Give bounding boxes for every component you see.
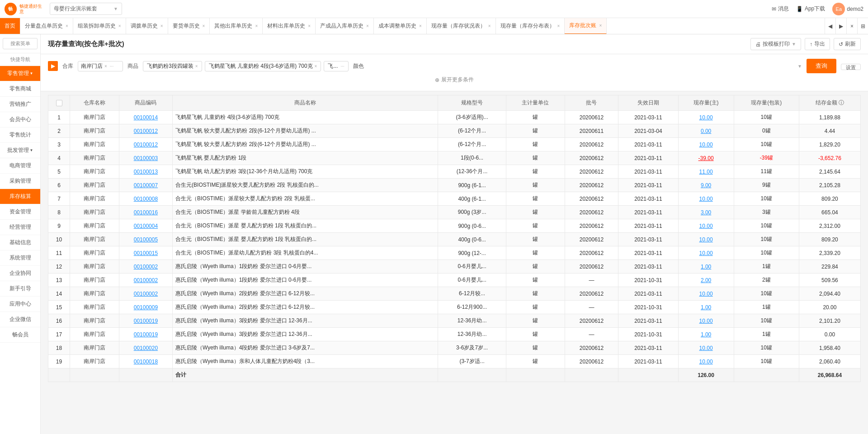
- product-code-link[interactable]: 00100012: [134, 128, 158, 134]
- product-tag-more[interactable]: 飞... ···: [324, 61, 348, 71]
- tab-scroll-right[interactable]: ▶: [835, 18, 846, 34]
- sidebar-item-retail-mgmt[interactable]: 零售管理 ▼: [0, 66, 40, 81]
- tab-xian-cun-ku[interactable]: 现存量（库存状况表） ×: [427, 18, 496, 34]
- qty-link[interactable]: 10.00: [699, 236, 713, 243]
- sidebar-item-retail-store[interactable]: 零售商城: [0, 81, 40, 97]
- qty-link[interactable]: 9.00: [701, 182, 711, 189]
- tab-yao-huo[interactable]: 要货单历史 ×: [168, 18, 210, 34]
- qty-link[interactable]: 10.00: [699, 114, 713, 121]
- refresh-btn[interactable]: ↺ 刷新: [834, 38, 861, 50]
- sidebar-item-app-center[interactable]: 应用中心: [0, 297, 40, 312]
- product-code-link[interactable]: 00100014: [134, 114, 158, 121]
- tab-xian-cun-fen[interactable]: 现存量（库存分布表） ×: [496, 18, 565, 34]
- product-code-link[interactable]: 00100004: [134, 223, 158, 229]
- product-code-link[interactable]: 00100009: [134, 304, 158, 311]
- product-tag1-close-icon[interactable]: ×: [195, 64, 198, 69]
- product-code-link[interactable]: 00100016: [134, 209, 158, 216]
- qty-link[interactable]: 10.00: [699, 359, 713, 365]
- qty-link[interactable]: 1.00: [701, 304, 711, 311]
- product-code-link[interactable]: 00100018: [134, 359, 158, 365]
- tab-cai-liao[interactable]: 材料出库单历史 ×: [263, 18, 316, 34]
- sidebar-item-basic[interactable]: 基础信息: [0, 235, 40, 250]
- tab-close-icon[interactable]: ×: [488, 24, 491, 28]
- sidebar-item-purchase[interactable]: 采购管理: [0, 174, 40, 189]
- tab-qi-ta-chu[interactable]: 其他出库单历史 ×: [210, 18, 263, 34]
- product-code-link[interactable]: 00100002: [134, 277, 158, 283]
- product-code-link[interactable]: 00100007: [134, 182, 158, 189]
- sidebar-item-retail-stat[interactable]: 零售统计: [0, 127, 40, 143]
- tab-close-icon[interactable]: ×: [255, 24, 258, 28]
- tab-cheng-ben[interactable]: 成本调整单历史 ×: [374, 18, 427, 34]
- sidebar-item-guide[interactable]: 新手引导: [0, 281, 40, 297]
- sidebar-item-welfare[interactable]: 畅会员: [0, 327, 40, 343]
- tab-chan-pin-ru[interactable]: 产成品入库单历史 ×: [316, 18, 374, 34]
- filter-expand-btn[interactable]: ▶: [48, 61, 58, 71]
- product-tag2-close-icon[interactable]: ×: [315, 64, 317, 69]
- product-code-link[interactable]: 00100019: [134, 318, 158, 324]
- sidebar-item-inventory[interactable]: 库存核算: [0, 189, 40, 204]
- tab-close-icon[interactable]: ×: [66, 24, 68, 28]
- query-btn[interactable]: 查询: [807, 59, 836, 73]
- qty-link[interactable]: -39.00: [698, 155, 714, 161]
- user-area[interactable]: Ea demo2: [832, 3, 863, 15]
- tab-close-icon[interactable]: ×: [599, 23, 602, 28]
- product-code-link[interactable]: 00100003: [134, 155, 158, 161]
- qty-link[interactable]: 10.00: [699, 196, 713, 202]
- product-tag-2[interactable]: 飞鹤星飞帆 儿童奶粉 4段(3-6岁适用) 700克 ×: [205, 61, 321, 71]
- quick-nav-btn[interactable]: 快捷导航: [0, 53, 40, 66]
- product-tag-1[interactable]: 飞鹤奶粉3段四罐装 ×: [143, 61, 202, 71]
- color-filter-dropdown[interactable]: ▼: [797, 64, 802, 69]
- qty-link[interactable]: 10.00: [699, 223, 713, 229]
- qty-link[interactable]: 11.00: [699, 169, 713, 175]
- sidebar-item-enterprise[interactable]: 企业协同: [0, 266, 40, 281]
- qty-link[interactable]: 10.00: [699, 318, 713, 324]
- qty-link[interactable]: 1.00: [701, 264, 711, 270]
- qty-link[interactable]: 10.00: [699, 142, 713, 148]
- warehouse-tag-close-icon[interactable]: ×: [104, 64, 107, 69]
- sidebar-item-enterprise-wechat[interactable]: 企业微信: [0, 312, 40, 327]
- tab-zu-chai[interactable]: 组装拆卸单历史 ×: [73, 18, 126, 34]
- qty-link[interactable]: 10.00: [699, 345, 713, 351]
- tab-fen-pan[interactable]: 分量盘点单历史 ×: [20, 18, 73, 34]
- tab-close-icon[interactable]: ×: [160, 24, 163, 28]
- print-btn[interactable]: 🖨 按模板打印 ▼: [750, 38, 801, 50]
- tab-close-icon[interactable]: ×: [557, 24, 560, 28]
- select-all-checkbox[interactable]: [56, 100, 62, 106]
- qty-link[interactable]: 3.00: [701, 209, 711, 216]
- sidebar-item-marketing[interactable]: 营销推广: [0, 97, 40, 112]
- tab-scroll-left[interactable]: ◀: [825, 18, 835, 34]
- app-download-btn[interactable]: 📱 App下载: [796, 5, 825, 13]
- product-code-link[interactable]: 00100005: [134, 236, 158, 243]
- sidebar-item-system[interactable]: 系统管理: [0, 250, 40, 266]
- qty-link[interactable]: 10.00: [699, 291, 713, 297]
- qty-link[interactable]: 2.00: [701, 277, 711, 283]
- tab-close-icon[interactable]: ×: [419, 24, 422, 28]
- industry-selector[interactable]: 母婴行业演示账套 ▼: [50, 3, 122, 15]
- qty-link[interactable]: 1.00: [701, 331, 711, 338]
- product-code-link[interactable]: 00100012: [134, 142, 158, 148]
- tab-close-icon[interactable]: ×: [203, 24, 205, 28]
- sidebar-item-member[interactable]: 会员中心: [0, 112, 40, 127]
- product-code-link[interactable]: 00100015: [134, 250, 158, 256]
- product-code-link[interactable]: 00100008: [134, 196, 158, 202]
- qty-link[interactable]: 0.00: [701, 128, 711, 134]
- product-code-link[interactable]: 00100013: [134, 169, 158, 175]
- expand-more-conditions[interactable]: ⊕ 展开更多条件: [48, 76, 861, 84]
- qty-link[interactable]: 10.00: [699, 250, 713, 256]
- sidebar-item-ecommerce[interactable]: 电商管理: [0, 158, 40, 174]
- product-code-link[interactable]: 00100002: [134, 291, 158, 297]
- warehouse-filter[interactable]: 南岸门店 × ···: [78, 61, 123, 71]
- message-btn[interactable]: ✉ 消息: [772, 5, 789, 13]
- sidebar-item-wholesale[interactable]: 批发管理 ▼: [0, 143, 40, 158]
- tab-close-all[interactable]: ×: [846, 18, 857, 34]
- product-code-link[interactable]: 00100002: [134, 264, 158, 270]
- settings-btn[interactable]: 设置: [841, 64, 861, 70]
- sidebar-item-operation[interactable]: 经营管理: [0, 220, 40, 235]
- tab-home[interactable]: 首页: [0, 18, 20, 34]
- tab-close-icon[interactable]: ×: [366, 24, 369, 28]
- tab-close-icon[interactable]: ×: [118, 24, 121, 28]
- tab-close-icon[interactable]: ×: [308, 24, 311, 28]
- product-code-link[interactable]: 00100020: [134, 345, 158, 351]
- sidebar-item-finance[interactable]: 资金管理: [0, 204, 40, 220]
- tab-ku-cun-pi[interactable]: 库存批次账 ×: [565, 18, 607, 34]
